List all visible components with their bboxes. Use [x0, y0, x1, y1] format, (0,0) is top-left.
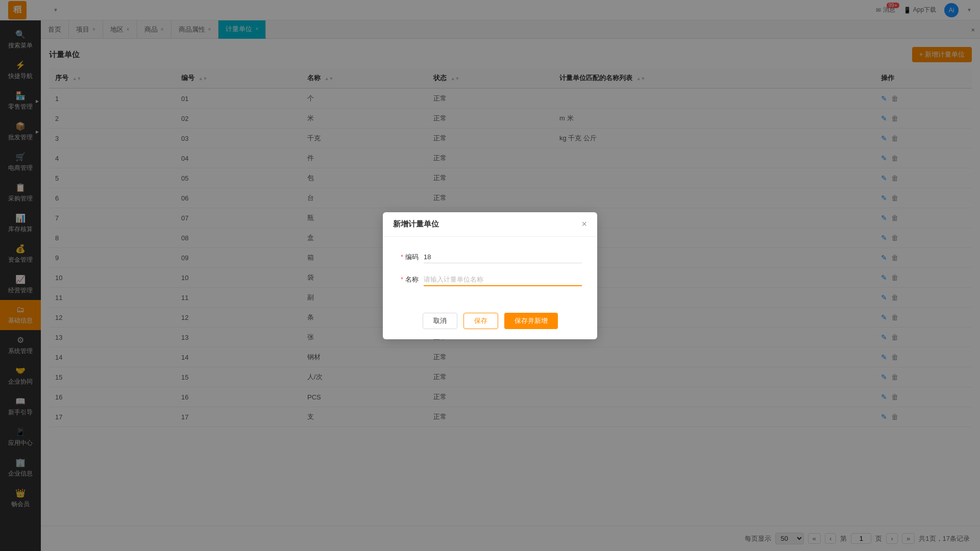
save-and-new-button[interactable]: 保存并新增: [504, 313, 558, 329]
save-button[interactable]: 保存: [463, 313, 498, 329]
modal-footer: 取消 保存 保存并新增: [383, 307, 597, 339]
cancel-button[interactable]: 取消: [423, 313, 457, 329]
code-label: 编码: [398, 253, 419, 262]
modal-close-btn[interactable]: ×: [581, 219, 587, 229]
modal-title: 新增计量单位: [393, 219, 439, 229]
name-label: 名称: [398, 275, 419, 284]
modal-overlay: 新增计量单位 × 编码 名称 取消 保存 保存并新增: [0, 0, 980, 551]
add-unit-modal: 新增计量单位 × 编码 名称 取消 保存 保存并新增: [383, 212, 597, 339]
form-row-code: 编码: [398, 251, 582, 263]
form-row-name: 名称: [398, 273, 582, 286]
modal-header: 新增计量单位 ×: [383, 212, 597, 237]
code-input[interactable]: [424, 251, 582, 263]
name-input[interactable]: [424, 273, 582, 286]
modal-body: 编码 名称: [383, 237, 597, 307]
